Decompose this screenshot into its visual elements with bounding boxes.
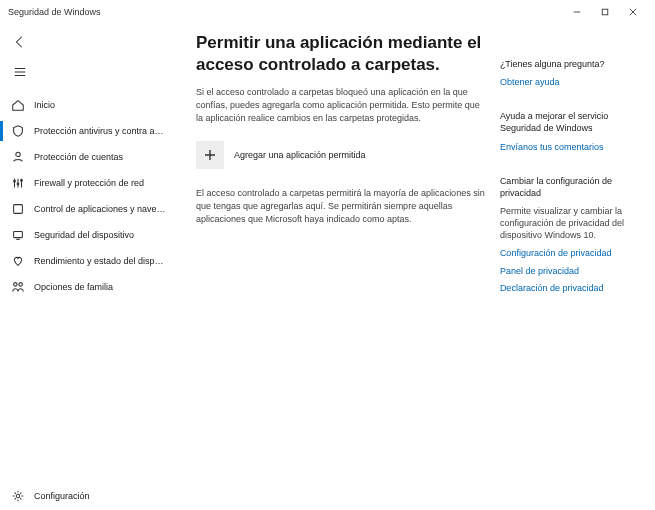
privacy-heading: Cambiar la configuración de privacidad <box>500 175 637 199</box>
device-icon <box>10 228 26 242</box>
improve-block: Ayuda a mejorar el servicio Seguridad de… <box>500 110 637 152</box>
privacy-desc: Permite visualizar y cambiar la configur… <box>500 205 637 241</box>
maximize-button[interactable] <box>591 0 619 24</box>
nav-label: Seguridad del dispositivo <box>34 230 134 240</box>
nav-item-virus[interactable]: Protección antivirus y contra amenazas <box>0 118 176 144</box>
nav-item-home[interactable]: Inicio <box>0 92 176 118</box>
nav-item-health[interactable]: Rendimiento y estado del dispositivo <box>0 248 176 274</box>
improve-heading: Ayuda a mejorar el servicio Seguridad de… <box>500 110 637 134</box>
person-icon <box>10 150 26 164</box>
nav-item-family[interactable]: Opciones de familia <box>0 274 176 300</box>
content-area: Permitir una aplicación mediante el acce… <box>196 32 500 510</box>
right-panel: ¿Tienes alguna pregunta? Obtener ayuda A… <box>500 32 637 510</box>
hamburger-button[interactable] <box>4 58 36 86</box>
svg-point-9 <box>16 494 20 498</box>
shield-icon <box>10 124 26 138</box>
page-title: Permitir una aplicación mediante el acce… <box>196 32 488 76</box>
nav-item-account[interactable]: Protección de cuentas <box>0 144 176 170</box>
titlebar: Seguridad de Windows <box>0 0 655 24</box>
plus-icon <box>196 141 224 169</box>
nav-label: Control de aplicaciones y navegador <box>34 204 168 214</box>
svg-rect-0 <box>602 9 608 15</box>
note-text: El acceso controlado a carpetas permitir… <box>196 187 488 226</box>
privacy-panel-link[interactable]: Panel de privacidad <box>500 265 637 277</box>
nav-item-app[interactable]: Control de aplicaciones y navegador <box>0 196 176 222</box>
feedback-link[interactable]: Envíanos tus comentarios <box>500 141 637 153</box>
privacy-block: Cambiar la configuración de privacidad P… <box>500 175 637 294</box>
nav-label: Protección antivirus y contra amenazas <box>34 126 168 136</box>
svg-point-8 <box>19 283 23 287</box>
nav-label: Inicio <box>34 100 55 110</box>
nav-item-device-security[interactable]: Seguridad del dispositivo <box>0 222 176 248</box>
window-title: Seguridad de Windows <box>8 7 101 17</box>
add-app-label: Agregar una aplicación permitida <box>234 150 366 160</box>
settings-label: Configuración <box>34 491 90 501</box>
sidebar: Inicio Protección antivirus y contra ame… <box>0 24 176 510</box>
add-app-button[interactable]: Agregar una aplicación permitida <box>196 137 488 173</box>
help-link[interactable]: Obtener ayuda <box>500 76 637 88</box>
nav-item-firewall[interactable]: Firewall y protección de red <box>0 170 176 196</box>
heart-icon <box>10 254 26 268</box>
firewall-icon <box>10 176 26 190</box>
privacy-declaration-link[interactable]: Declaración de privacidad <box>500 282 637 294</box>
app-icon <box>10 202 26 216</box>
nav-list: Inicio Protección antivirus y contra ame… <box>0 92 176 300</box>
svg-point-7 <box>14 283 18 287</box>
help-block: ¿Tienes alguna pregunta? Obtener ayuda <box>500 58 637 88</box>
nav-label: Firewall y protección de red <box>34 178 144 188</box>
help-heading: ¿Tienes alguna pregunta? <box>500 58 637 70</box>
nav-item-settings[interactable]: Configuración <box>0 482 176 510</box>
main: Permitir una aplicación mediante el acce… <box>176 24 655 510</box>
svg-rect-5 <box>14 205 23 214</box>
nav-label: Rendimiento y estado del dispositivo <box>34 256 168 266</box>
home-icon <box>10 98 26 112</box>
close-button[interactable] <box>619 0 647 24</box>
back-button[interactable] <box>4 28 36 56</box>
minimize-button[interactable] <box>563 0 591 24</box>
family-icon <box>10 280 26 294</box>
nav-label: Protección de cuentas <box>34 152 123 162</box>
gear-icon <box>10 489 26 503</box>
privacy-settings-link[interactable]: Configuración de privacidad <box>500 247 637 259</box>
intro-text: Si el acceso controlado a carpetas bloqu… <box>196 86 488 125</box>
nav-label: Opciones de familia <box>34 282 113 292</box>
svg-rect-6 <box>14 232 23 238</box>
svg-point-1 <box>16 152 20 156</box>
